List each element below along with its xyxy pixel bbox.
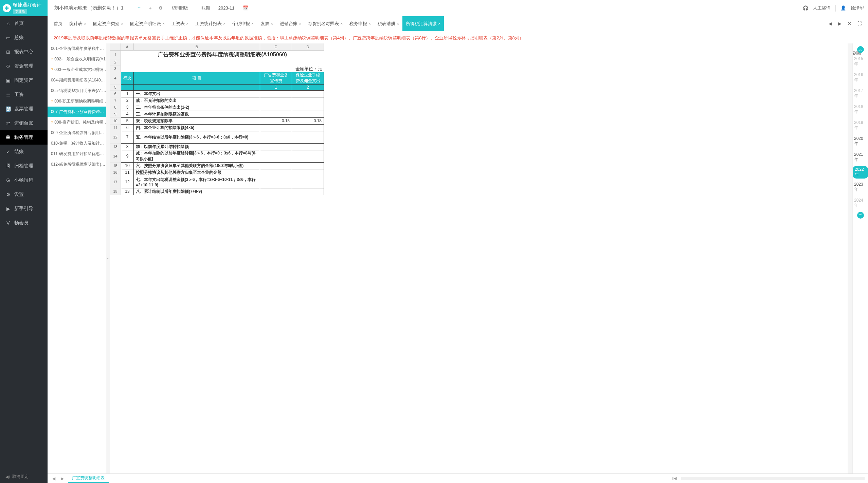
switch-old-version-button[interactable]: 切到旧版 — [169, 4, 191, 12]
form-item-7[interactable]: ?008-资产折旧、摊销及纳税… — [48, 117, 106, 128]
cell-c[interactable] — [260, 125, 292, 131]
tab-close-all-icon[interactable]: ✕ — [846, 20, 853, 27]
nav-item-6[interactable]: 🧾发票管理 — [0, 102, 48, 116]
nav-item-7[interactable]: ⇄进销台账 — [0, 116, 48, 130]
tab-close-icon[interactable]: × — [162, 21, 165, 26]
user-name[interactable]: 徐泽华 — [851, 5, 864, 11]
cell-c[interactable] — [260, 91, 292, 97]
cell-d[interactable]: 0.18 — [292, 118, 324, 125]
form-item-4[interactable]: 005-纳税调整项目明细表(A1… — [48, 86, 106, 96]
nav-item-14[interactable]: V畅会员 — [0, 216, 48, 230]
form-item-10[interactable]: 011-研发费用加计扣除优惠… — [48, 149, 106, 159]
cell-d[interactable] — [292, 125, 324, 131]
tab-close-icon[interactable]: × — [251, 21, 254, 26]
cell-d[interactable] — [292, 91, 324, 97]
nav-item-9[interactable]: ✓结账 — [0, 145, 48, 159]
tab-scroll-left-icon[interactable]: ◀ — [827, 20, 833, 27]
sheet-nav-next-icon[interactable]: ▶ — [59, 476, 65, 481]
form-item-3[interactable]: 004-期间费用明细表(A1040… — [48, 75, 106, 86]
form-item-5[interactable]: ?006-职工薪酬纳税调整明细… — [48, 96, 106, 107]
cell-c[interactable] — [260, 176, 292, 188]
cell-c[interactable] — [260, 150, 292, 163]
tab-close-icon[interactable]: × — [397, 21, 399, 26]
nav-item-10[interactable]: 🗄归档管理 — [0, 159, 48, 173]
tab-3[interactable]: 固定资产明细账× — [127, 16, 168, 31]
tab-close-icon[interactable]: × — [340, 21, 343, 26]
form-item-11[interactable]: 012-减免所得税优惠明细表(… — [48, 159, 106, 170]
cell-d[interactable] — [292, 111, 324, 118]
nav-item-8[interactable]: 🏛税务管理 — [0, 130, 48, 145]
cell-c[interactable] — [260, 111, 292, 118]
tab-0[interactable]: 首页 — [50, 16, 66, 31]
tab-close-icon[interactable]: × — [186, 21, 188, 26]
form-item-1[interactable]: ?002-一般企业收入明细表(A1… — [48, 54, 106, 64]
nav-item-5[interactable]: ☰工资 — [0, 88, 48, 102]
nav-item-13[interactable]: ▶新手引导 — [0, 202, 48, 216]
tab-close-icon[interactable]: × — [84, 21, 86, 26]
year-down-icon[interactable]: ︾ — [857, 212, 864, 219]
settings-gear-icon[interactable]: ⚙ — [159, 5, 163, 11]
sheet-tab-active[interactable]: 广宣费调整明细表 — [68, 474, 109, 483]
tab-9[interactable]: 存货别名对照表× — [305, 16, 346, 31]
tab-close-icon[interactable]: × — [299, 21, 301, 26]
nav-item-1[interactable]: ▭总账 — [0, 31, 48, 45]
collapse-handle[interactable]: « — [106, 43, 110, 474]
cell-c[interactable] — [260, 169, 292, 176]
cell-c[interactable] — [260, 97, 292, 104]
year-2023年[interactable]: 2023年 — [853, 180, 868, 194]
year-2021年[interactable]: 2021年 — [853, 150, 868, 165]
cell-c[interactable]: 0.15 — [260, 118, 292, 125]
tab-close-icon[interactable]: × — [121, 21, 123, 26]
cell-c[interactable] — [260, 131, 292, 144]
nav-item-3[interactable]: ⊙资金管理 — [0, 59, 48, 73]
horizontal-scrollbar[interactable] — [681, 477, 865, 480]
tab-4[interactable]: 工资表× — [168, 16, 192, 31]
nav-item-11[interactable]: G小畅报销 — [0, 173, 48, 187]
cell-d[interactable] — [292, 150, 324, 163]
sidebar-unpin[interactable]: ◀⦀取消固定 — [0, 470, 48, 483]
tab-1[interactable]: 统计表× — [66, 16, 90, 31]
cell-c[interactable] — [260, 104, 292, 111]
cell-d[interactable] — [292, 176, 324, 188]
cell-d[interactable] — [292, 97, 324, 104]
form-item-6[interactable]: 007-广告费和业务宣传费跨… — [48, 107, 106, 117]
fullscreen-icon[interactable]: ⛶ — [856, 20, 863, 27]
cell-d[interactable] — [292, 163, 324, 169]
add-icon[interactable]: ＋ — [148, 5, 152, 11]
sheet-nav-prev-icon[interactable]: ◀ — [51, 476, 57, 481]
tab-5[interactable]: 工资统计报表× — [192, 16, 229, 31]
period-value[interactable]: 2023-11 — [218, 5, 235, 11]
form-item-2[interactable]: ?003-一般企业成本支出明细… — [48, 64, 106, 75]
support-link[interactable]: 人工咨询 — [813, 5, 831, 11]
user-icon[interactable]: 👤 — [840, 5, 846, 11]
calendar-icon[interactable]: 📅 — [243, 5, 248, 11]
cell-c[interactable] — [260, 188, 292, 195]
tab-scroll-right-icon[interactable]: ▶ — [837, 20, 843, 27]
tab-close-icon[interactable]: × — [438, 21, 440, 26]
year-2022年[interactable]: 2022年 — [853, 166, 868, 179]
sheet-scroll-left-icon[interactable]: ⦀◀ — [671, 476, 679, 481]
cell-c[interactable] — [260, 144, 292, 150]
tab-11[interactable]: 税表清册× — [374, 16, 402, 31]
tab-close-icon[interactable]: × — [368, 21, 371, 26]
headset-icon[interactable]: 🎧 — [803, 5, 808, 11]
cell-c[interactable] — [260, 163, 292, 169]
tab-12[interactable]: 所得税汇算清缴× — [402, 16, 444, 31]
form-item-0[interactable]: 001-企业所得税年度纳税申… — [48, 43, 106, 54]
cell-d[interactable] — [292, 169, 324, 176]
vertical-scrollbar[interactable] — [848, 43, 852, 474]
nav-item-0[interactable]: ⌂首页 — [0, 16, 48, 31]
tab-close-icon[interactable]: × — [271, 21, 273, 26]
year-2020年[interactable]: 2020年 — [853, 134, 868, 149]
tab-10[interactable]: 税务申报× — [346, 16, 374, 31]
tab-2[interactable]: 固定资产类别× — [90, 16, 127, 31]
spreadsheet[interactable]: ABCD1广告费和业务宣传费跨年度纳税调整明细表(A105060)23金额单位：… — [110, 43, 848, 474]
cell-d[interactable] — [292, 144, 324, 150]
account-select[interactable]: 刘小艳演示账套（勿删勿动！）1 — [54, 5, 124, 11]
form-item-9[interactable]: 010-免税、减计收入及加计… — [48, 138, 106, 149]
nav-item-12[interactable]: ⚙设置 — [0, 187, 48, 202]
cell-d[interactable] — [292, 188, 324, 195]
tab-8[interactable]: 进销台账× — [276, 16, 305, 31]
nav-item-4[interactable]: ▣固定资产 — [0, 73, 48, 88]
tab-6[interactable]: 个税申报× — [229, 16, 257, 31]
